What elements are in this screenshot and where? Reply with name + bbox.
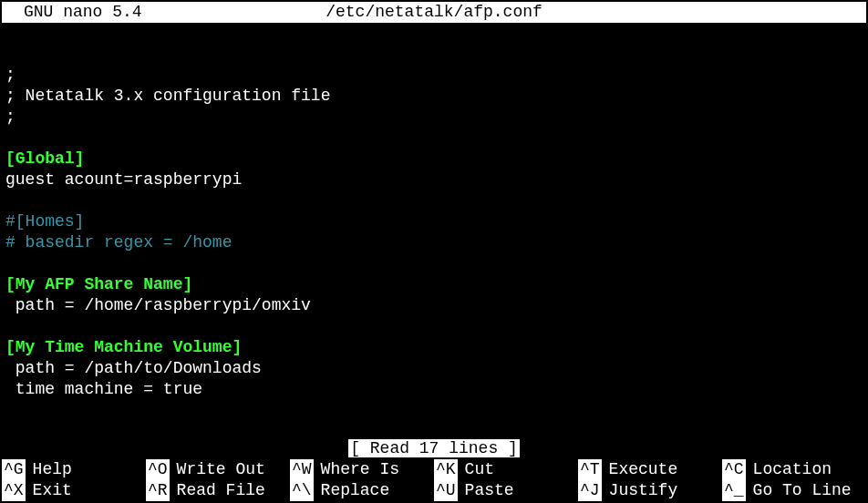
editor-line[interactable]: path = /home/raspberrypi/omxiv xyxy=(5,295,863,316)
shortcut-label: Cut xyxy=(458,459,494,480)
titlebar: GNU nano 5.4 /etc/netatalk/afp.conf xyxy=(2,2,866,23)
shortcut-row-2: ^XExit^RRead File^\Replace^UPaste^JJusti… xyxy=(2,480,866,501)
shortcut-bar: ^GHelp^OWrite Out^WWhere Is^KCut^TExecut… xyxy=(2,459,866,501)
shortcut-exit[interactable]: ^XExit xyxy=(2,480,146,501)
shortcut-key: ^T xyxy=(578,459,602,480)
shortcut-label: Justify xyxy=(602,480,678,501)
shortcut-replace[interactable]: ^\Replace xyxy=(290,480,434,501)
shortcut-key: ^J xyxy=(578,480,602,501)
shortcut-paste[interactable]: ^UPaste xyxy=(434,480,578,501)
shortcut-justify[interactable]: ^JJustify xyxy=(578,480,722,501)
shortcut-label: Paste xyxy=(458,480,514,501)
shortcut-label: Location xyxy=(746,459,832,480)
status-text: [ Read 17 lines ] xyxy=(348,439,520,457)
shortcut-help[interactable]: ^GHelp xyxy=(2,459,146,480)
shortcut-write-out[interactable]: ^OWrite Out xyxy=(146,459,290,480)
shortcut-key: ^W xyxy=(290,459,314,480)
shortcut-key: ^R xyxy=(146,480,170,501)
editor-line[interactable]: path = /path/to/Downloads xyxy=(5,358,863,379)
shortcut-label: Read File xyxy=(170,480,265,501)
editor-line[interactable]: [My Time Machine Volume] xyxy=(5,337,863,358)
editor-line[interactable]: [My AFP Share Name] xyxy=(5,274,863,295)
editor-line[interactable]: # basedir regex = /home xyxy=(5,232,863,253)
shortcut-label: Go To Line xyxy=(746,480,852,501)
editor-line[interactable]: [Global] xyxy=(5,149,863,169)
editor-line[interactable] xyxy=(5,128,863,149)
editor-line[interactable]: ; xyxy=(5,107,863,128)
shortcut-label: Replace xyxy=(314,480,390,501)
shortcut-key: ^\ xyxy=(290,480,314,501)
shortcut-cut[interactable]: ^KCut xyxy=(434,459,578,480)
editor-line[interactable] xyxy=(5,316,863,337)
shortcut-go-to-line[interactable]: ^_Go To Line xyxy=(722,480,866,501)
shortcut-key: ^O xyxy=(146,459,170,480)
terminal: GNU nano 5.4 /etc/netatalk/afp.conf ;; N… xyxy=(2,2,866,501)
editor-line[interactable]: #[Homes] xyxy=(5,211,863,232)
shortcut-row-1: ^GHelp^OWrite Out^WWhere Is^KCut^TExecut… xyxy=(2,459,866,480)
shortcut-label: Execute xyxy=(602,459,678,480)
shortcut-key: ^G xyxy=(2,459,26,480)
shortcut-execute[interactable]: ^TExecute xyxy=(578,459,722,480)
shortcut-key: ^U xyxy=(434,480,458,501)
shortcut-label: Where Is xyxy=(314,459,399,480)
shortcut-where-is[interactable]: ^WWhere Is xyxy=(290,459,434,480)
shortcut-location[interactable]: ^CLocation xyxy=(722,459,866,480)
shortcut-key: ^C xyxy=(722,459,746,480)
editor-line[interactable]: ; xyxy=(5,65,863,86)
editor-line[interactable]: time machine = true xyxy=(5,379,863,400)
shortcut-key: ^K xyxy=(434,459,458,480)
shortcut-label: Help xyxy=(26,459,72,480)
shortcut-label: Write Out xyxy=(170,459,265,480)
file-path: /etc/netatalk/afp.conf xyxy=(2,2,866,23)
status-bar: [ Read 17 lines ] xyxy=(2,438,866,459)
editor-line[interactable]: guest acount=raspberrypi xyxy=(5,169,863,190)
editor-line[interactable] xyxy=(5,190,863,211)
shortcut-label: Exit xyxy=(26,480,72,501)
editor-area[interactable]: ;; Netatalk 3.x configuration file;[Glob… xyxy=(2,23,866,400)
shortcut-key: ^_ xyxy=(722,480,746,501)
editor-line[interactable] xyxy=(5,253,863,274)
shortcut-key: ^X xyxy=(2,480,26,501)
shortcut-read-file[interactable]: ^RRead File xyxy=(146,480,290,501)
editor-line[interactable]: ; Netatalk 3.x configuration file xyxy=(5,86,863,107)
